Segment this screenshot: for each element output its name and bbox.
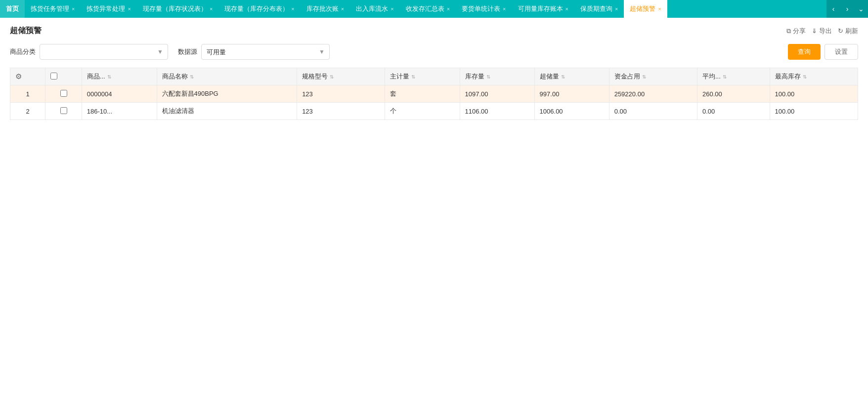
filter-bar: 商品分类 ▼ 数据源 可用量 ▼ 查询 设置: [10, 44, 858, 60]
close-icon-1[interactable]: ×: [128, 6, 130, 12]
sort-icon-product-name: ⇅: [190, 74, 194, 79]
close-icon-3[interactable]: ×: [291, 6, 294, 12]
nav-tab-0[interactable]: 拣货任务管理 ×: [25, 0, 81, 18]
close-icon-9[interactable]: ×: [615, 6, 618, 12]
nav-tab-7[interactable]: 要货单统计表 ×: [456, 0, 512, 18]
category-label: 商品分类: [10, 47, 36, 56]
row-select-0[interactable]: [60, 90, 67, 97]
nav-tab-9[interactable]: 保质期查询 ×: [574, 0, 624, 18]
col-product-code: 商品... ⇅: [82, 68, 157, 85]
datasource-select[interactable]: 可用量: [201, 44, 330, 60]
row-unit-1: 个: [385, 103, 460, 120]
row-over-stock-1: 1006.00: [534, 103, 609, 120]
datasource-select-wrapper: 可用量 ▼: [201, 44, 330, 60]
sort-icon-unit: ⇅: [411, 74, 415, 79]
col-over-stock-label: 超储量: [540, 72, 559, 81]
nav-menu-button[interactable]: ⌄: [854, 0, 868, 18]
close-icon-4[interactable]: ×: [341, 6, 344, 12]
sort-spec[interactable]: 规格型号 ⇅: [302, 72, 334, 81]
tab-label-6: 收发存汇总表: [406, 4, 444, 13]
refresh-icon: ↻: [838, 27, 843, 35]
sort-icon-over-stock: ⇅: [561, 74, 565, 79]
col-max-stock: 最高库存 ⇅: [770, 68, 858, 85]
col-avg: 平均... ⇅: [697, 68, 770, 85]
nav-tab-10[interactable]: 超储预警 ×: [624, 0, 667, 18]
close-icon-5[interactable]: ×: [391, 6, 393, 12]
sort-icon-avg: ⇅: [723, 74, 727, 79]
sort-icon-capital: ⇅: [642, 74, 646, 79]
nav-next-button[interactable]: ›: [840, 0, 854, 18]
col-over-stock: 超储量 ⇅: [534, 68, 609, 85]
sort-max-stock[interactable]: 最高库存 ⇅: [775, 72, 807, 81]
col-unit: 主计量 ⇅: [385, 68, 460, 85]
nav-tab-8[interactable]: 可用量库存账本 ×: [512, 0, 574, 18]
sort-icon-max-stock: ⇅: [803, 74, 807, 79]
filter-datasource: 数据源 可用量 ▼: [178, 44, 330, 60]
nav-tab-home[interactable]: 首页: [0, 0, 25, 18]
table-body: 1 0000004 六配套新昌490BPG 123 套 1097.00 997.…: [10, 85, 858, 120]
close-icon-8[interactable]: ×: [565, 6, 568, 12]
row-capital-0: 259220.00: [609, 85, 697, 103]
close-icon-0[interactable]: ×: [72, 6, 75, 12]
nav-tab-4[interactable]: 库存批次账 ×: [301, 0, 350, 18]
tab-label-1: 拣货异常处理: [87, 4, 125, 13]
col-stock-label: 库存量: [465, 72, 484, 81]
col-product-name: 商品名称 ⇅: [157, 68, 297, 85]
sort-over-stock[interactable]: 超储量 ⇅: [540, 72, 565, 81]
select-all-checkbox[interactable]: [50, 73, 57, 79]
col-settings: ⚙: [10, 68, 45, 85]
table-row: 1 0000004 六配套新昌490BPG 123 套 1097.00 997.…: [10, 85, 858, 103]
row-product-name-0: 六配套新昌490BPG: [157, 85, 297, 103]
page-title: 超储预警: [10, 26, 42, 36]
sort-stock[interactable]: 库存量 ⇅: [465, 72, 490, 81]
row-checkbox-0[interactable]: [45, 85, 82, 103]
tab-label-7: 要货单统计表: [462, 4, 500, 13]
close-icon-2[interactable]: ×: [210, 6, 213, 12]
nav-tab-5[interactable]: 出入库流水 ×: [350, 0, 399, 18]
header-row: ⚙ 商品... ⇅ 商品名称 ⇅: [10, 68, 858, 85]
settings-button[interactable]: 设置: [825, 44, 858, 60]
table-header: ⚙ 商品... ⇅ 商品名称 ⇅: [10, 68, 858, 85]
sort-product-name[interactable]: 商品名称 ⇅: [162, 72, 194, 81]
close-icon-10[interactable]: ×: [658, 6, 661, 12]
col-spec-label: 规格型号: [302, 72, 328, 81]
tab-label-5: 出入库流水: [356, 4, 388, 13]
refresh-label: 刷新: [845, 27, 858, 36]
nav-tab-3[interactable]: 现存量（库存分布表） ×: [218, 0, 300, 18]
category-select[interactable]: [40, 44, 168, 60]
nav-tab-2[interactable]: 现存量（库存状况表） ×: [137, 0, 218, 18]
share-action[interactable]: ⧉ 分享: [786, 27, 806, 36]
nav-tab-1[interactable]: 拣货异常处理 ×: [81, 0, 136, 18]
row-capital-1: 0.00: [609, 103, 697, 120]
sort-capital[interactable]: 资金占用 ⇅: [614, 72, 646, 81]
gear-icon[interactable]: ⚙: [15, 72, 22, 80]
row-checkbox-1[interactable]: [45, 103, 82, 120]
col-product-code-label: 商品...: [87, 72, 105, 81]
row-select-1[interactable]: [60, 107, 67, 114]
sort-icon-stock: ⇅: [486, 74, 490, 79]
row-product-code-0: 0000004: [82, 85, 157, 103]
sort-avg[interactable]: 平均... ⇅: [702, 72, 727, 81]
home-label: 首页: [6, 4, 19, 13]
col-checkbox: [45, 68, 82, 85]
close-icon-6[interactable]: ×: [447, 6, 450, 12]
tab-label-10: 超储预警: [630, 4, 655, 13]
nav-tab-6[interactable]: 收发存汇总表 ×: [400, 0, 456, 18]
row-unit-0: 套: [385, 85, 460, 103]
sort-product-code[interactable]: 商品... ⇅: [87, 72, 111, 81]
col-stock: 库存量 ⇅: [460, 68, 534, 85]
nav-prev-button[interactable]: ‹: [826, 0, 840, 18]
col-spec: 规格型号 ⇅: [297, 68, 385, 85]
refresh-action[interactable]: ↻ 刷新: [838, 27, 858, 36]
row-avg-0: 260.00: [697, 85, 770, 103]
query-button[interactable]: 查询: [788, 44, 821, 60]
tab-label-0: 拣货任务管理: [31, 4, 69, 13]
sort-icon-product-code: ⇅: [107, 74, 111, 79]
nav-tabs-bar: 首页 拣货任务管理 × 拣货异常处理 × 现存量（库存状况表） × 现存量（库存…: [0, 0, 868, 18]
sort-unit[interactable]: 主计量 ⇅: [390, 72, 415, 81]
share-label: 分享: [793, 27, 806, 36]
tab-label-8: 可用量库存账本: [518, 4, 563, 13]
export-action[interactable]: ⇓ 导出: [812, 27, 832, 36]
close-icon-7[interactable]: ×: [503, 6, 506, 12]
col-avg-label: 平均...: [702, 72, 721, 81]
